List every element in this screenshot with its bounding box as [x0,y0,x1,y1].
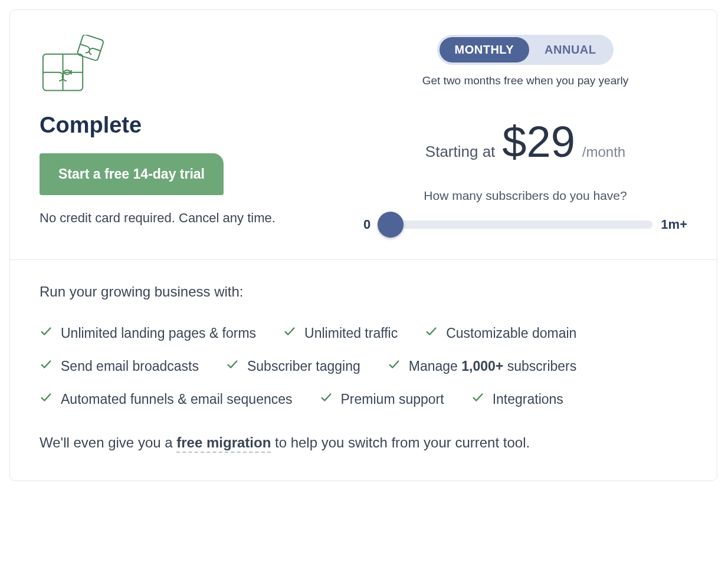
pricing-top-section: Complete Start a free 14-day trial No cr… [10,10,717,259]
feature-item: Automated funnels & email sequences [40,391,293,407]
feature-item: Integrations [471,391,563,407]
plan-title: Complete [40,113,363,138]
feature-label: Subscriber tagging [247,358,360,374]
feature-item: Unlimited landing pages & forms [40,325,256,341]
subscriber-slider-track[interactable] [379,220,652,229]
check-icon [40,391,53,407]
billing-toggle-annual[interactable]: ANNUAL [529,37,611,62]
feature-item: Customizable domain [425,325,576,341]
billing-toggle-monthly[interactable]: MONTHLY [440,37,530,62]
check-icon [226,358,239,374]
pricing-card: Complete Start a free 14-day trial No cr… [9,9,717,481]
feature-label: Premium support [341,391,444,407]
pricing-controls: MONTHLY ANNUAL Get two months free when … [363,35,687,232]
subscriber-slider: 0 1m+ [363,217,687,232]
check-icon [471,391,484,407]
plan-header: Complete Start a free 14-day trial No cr… [40,35,363,232]
feature-item: Premium support [320,391,444,407]
feature-bold: 1,000+ [461,358,503,374]
features-list: Unlimited landing pages & formsUnlimited… [40,308,687,407]
price-lead: Starting at [425,143,496,161]
feature-item: Send email broadcasts [40,358,199,374]
check-icon [425,325,438,341]
check-icon [40,325,53,341]
feature-label: Integrations [493,391,563,407]
migration-pre: We'll even give you a [40,434,176,450]
price-line: Starting at $29 /month [425,120,625,164]
check-icon [388,358,401,374]
feature-item: Subscriber tagging [226,358,360,374]
price-amount: $29 [502,120,575,164]
puzzle-icon [40,35,363,94]
features-title: Run your growing business with: [40,284,687,300]
check-icon [283,325,296,341]
feature-item: Manage 1,000+ subscribers [388,358,577,374]
billing-toggle: MONTHLY ANNUAL [437,35,614,65]
trial-subtext: No credit card required. Cancel any time… [40,210,363,226]
subscriber-slider-label: How many subscribers do you have? [424,189,627,203]
price-per: /month [582,144,625,160]
check-icon [40,358,53,374]
start-trial-button[interactable]: Start a free 14-day trial [40,153,224,195]
feature-label: Unlimited traffic [304,325,398,341]
free-migration-link[interactable]: free migration [176,434,271,453]
svg-rect-1 [77,35,104,61]
feature-label: Unlimited landing pages & forms [61,325,256,341]
slider-max-label: 1m+ [661,217,687,232]
migration-post: to help you switch from your current too… [271,434,530,450]
features-section: Run your growing business with: Unlimite… [10,260,717,480]
subscriber-slider-thumb[interactable] [378,212,404,238]
feature-label: Customizable domain [446,325,576,341]
feature-label: Manage 1,000+ subscribers [409,358,577,374]
check-icon [320,391,333,407]
feature-label: Send email broadcasts [61,358,199,374]
migration-note: We'll even give you a free migration to … [40,434,687,451]
slider-min-label: 0 [363,217,370,232]
feature-item: Unlimited traffic [283,325,398,341]
feature-label: Automated funnels & email sequences [61,391,293,407]
annual-hint: Get two months free when you pay yearly [422,74,629,87]
